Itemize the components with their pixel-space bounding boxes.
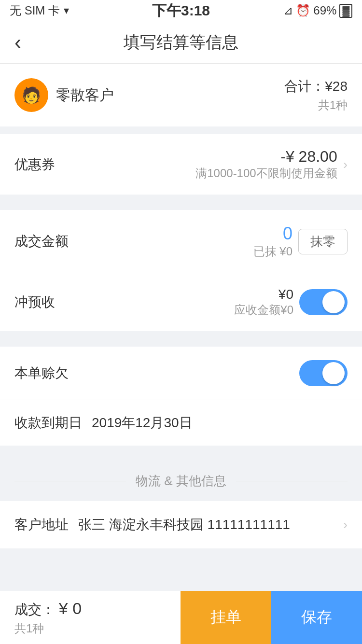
avatar: 🧑 bbox=[14, 78, 48, 112]
customer-right: 合计：¥28 共1种 bbox=[284, 77, 348, 113]
due-date-value: 2019年12月30日 bbox=[92, 414, 193, 432]
prepayment-right: ¥0 应收金额¥0 bbox=[234, 287, 348, 318]
due-date-label: 收款到期日 bbox=[14, 414, 82, 432]
save-button[interactable]: 保存 bbox=[271, 591, 362, 644]
coupon-value: -¥ 28.00 bbox=[195, 148, 337, 166]
divider-2 bbox=[0, 339, 362, 347]
round-zero-button[interactable]: 抹零 bbox=[298, 229, 348, 254]
address-chevron-icon: › bbox=[343, 517, 348, 532]
address-row[interactable]: 客户地址 张三 海淀永丰科技园 11111111111 › bbox=[0, 501, 362, 548]
divider-3 bbox=[0, 453, 362, 461]
credit-toggle-knob bbox=[322, 362, 345, 384]
bottom-bar: 成交： ¥ 0 共1种 挂单 保存 bbox=[0, 591, 362, 644]
prepayment-toggle[interactable] bbox=[299, 289, 348, 315]
coupon-right: -¥ 28.00 满1000-100不限制使用金额 › bbox=[195, 148, 348, 181]
deal-amount-row: 成交金额 0 已抹 ¥0 抹零 bbox=[0, 210, 362, 273]
prepayment-value-col: ¥0 应收金额¥0 bbox=[234, 287, 293, 318]
bottom-deal-label: 成交： bbox=[14, 602, 55, 617]
prepayment-label: 冲预收 bbox=[14, 293, 55, 311]
wifi-icon: ▾ bbox=[64, 4, 69, 17]
prepayment-value: ¥0 bbox=[234, 287, 293, 302]
deal-amount-value: 0 bbox=[253, 224, 292, 244]
status-bar: 无 SIM 卡 ▾ 下午3:18 ⊿ ⏰ 69% ▓ bbox=[0, 0, 362, 21]
total-amount: 合计：¥28 bbox=[284, 77, 348, 96]
credit-toggle[interactable] bbox=[299, 360, 348, 386]
address-label: 客户地址 bbox=[14, 516, 69, 534]
battery-icon: ▓ bbox=[339, 4, 352, 18]
location-icon: ⊿ bbox=[283, 4, 293, 17]
deal-amount-section: 成交金额 0 已抹 ¥0 抹零 冲预收 ¥0 应收金额¥0 bbox=[0, 210, 362, 331]
credit-section: 本单赊欠 收款到期日 2019年12月30日 bbox=[0, 347, 362, 446]
divider-1 bbox=[0, 202, 362, 210]
prepayment-sub: 应收金额¥0 bbox=[234, 302, 293, 318]
bottom-info: 成交： ¥ 0 共1种 bbox=[0, 599, 181, 636]
credit-label: 本单赊欠 bbox=[14, 364, 69, 382]
coupon-row[interactable]: 优惠券 -¥ 28.00 满1000-100不限制使用金额 › bbox=[0, 134, 362, 195]
coupon-section: 优惠券 -¥ 28.00 满1000-100不限制使用金额 › bbox=[0, 134, 362, 195]
customer-name: 零散客户 bbox=[56, 85, 114, 105]
logistics-label: 物流 & 其他信息 bbox=[136, 473, 226, 490]
status-left: 无 SIM 卡 ▾ bbox=[10, 3, 69, 18]
deal-amount-right: 0 已抹 ¥0 抹零 bbox=[253, 224, 348, 259]
status-time: 下午3:18 bbox=[152, 1, 210, 21]
alarm-icon: ⏰ bbox=[296, 4, 310, 17]
address-section: 客户地址 张三 海淀永丰科技园 11111111111 › bbox=[0, 501, 362, 548]
pending-button[interactable]: 挂单 bbox=[181, 591, 271, 644]
coupon-chevron-icon: › bbox=[343, 157, 348, 172]
logistics-line-right bbox=[236, 481, 348, 481]
logistics-header: 物流 & 其他信息 bbox=[0, 461, 362, 501]
total-count: 共1种 bbox=[284, 98, 348, 113]
status-right: ⊿ ⏰ 69% ▓ bbox=[283, 4, 352, 18]
coupon-value-col: -¥ 28.00 满1000-100不限制使用金额 bbox=[195, 148, 337, 181]
carrier-label: 无 SIM 卡 bbox=[10, 3, 60, 18]
back-button[interactable]: ‹ bbox=[14, 31, 21, 54]
battery-label: 69% bbox=[313, 4, 336, 17]
page-title: 填写结算等信息 bbox=[124, 31, 238, 54]
deal-amount-value-col: 0 已抹 ¥0 bbox=[253, 224, 292, 259]
customer-row: 🧑 零散客户 合计：¥28 共1种 bbox=[0, 64, 362, 126]
content: 🧑 零散客户 合计：¥28 共1种 优惠券 -¥ 28.00 满1000-100… bbox=[0, 64, 362, 614]
due-date-row: 收款到期日 2019年12月30日 bbox=[0, 400, 362, 446]
logistics-line-left bbox=[14, 481, 126, 481]
customer-left: 🧑 零散客户 bbox=[14, 78, 114, 112]
bottom-deal: 成交： ¥ 0 bbox=[14, 599, 166, 619]
deal-amount-label: 成交金额 bbox=[14, 232, 69, 251]
bottom-deal-amount: ¥ 0 bbox=[59, 599, 82, 617]
deal-amount-sub: 已抹 ¥0 bbox=[253, 244, 292, 259]
nav-bar: ‹ 填写结算等信息 bbox=[0, 21, 362, 64]
coupon-label: 优惠券 bbox=[14, 155, 55, 174]
avatar-icon: 🧑 bbox=[22, 86, 41, 104]
credit-row: 本单赊欠 bbox=[0, 347, 362, 400]
toggle-knob bbox=[322, 291, 345, 313]
address-value: 张三 海淀永丰科技园 11111111111 bbox=[78, 516, 343, 534]
prepayment-row: 冲预收 ¥0 应收金额¥0 bbox=[0, 273, 362, 331]
coupon-sub: 满1000-100不限制使用金额 bbox=[195, 166, 337, 181]
bottom-count: 共1种 bbox=[14, 621, 166, 636]
